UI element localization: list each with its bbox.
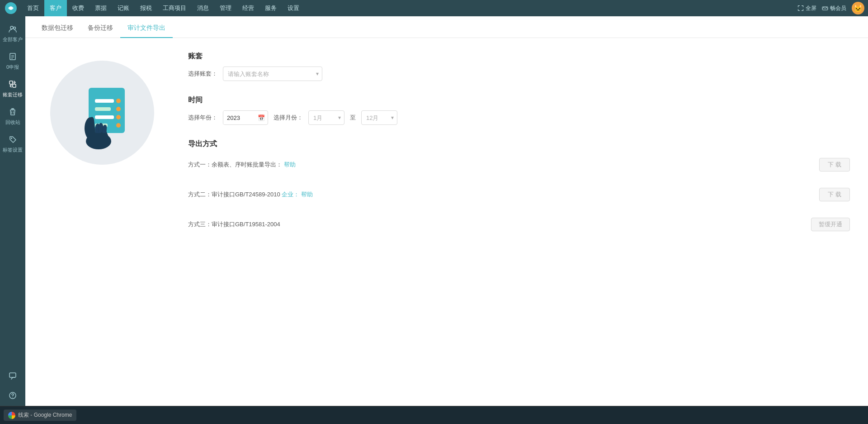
nav-tax[interactable]: 报税: [135, 0, 157, 16]
form-area: 账套 选择账套： 请输入账套名称 时间 选择年份：: [188, 52, 850, 392]
sidebar-item-zero-declaration[interactable]: 0申报: [0, 48, 25, 75]
svg-point-30: [116, 99, 121, 103]
method1-text: 方式一：余额表、序时账批量导出： 帮助: [188, 161, 296, 169]
tab-bar: 数据包迁移 备份迁移 审计文件导出: [25, 16, 868, 38]
nav-settings[interactable]: 设置: [282, 0, 305, 16]
nav-manage[interactable]: 管理: [214, 0, 237, 16]
sidebar-item-chat[interactable]: [0, 367, 25, 386]
method3-text: 方式三：审计接口GB/T19581-2004: [188, 220, 280, 229]
svg-rect-5: [803, 5, 803, 7]
account-section-title: 账套: [188, 52, 850, 61]
top-nav: 首页 客户 收费 票据 记账 报税 工商项目 消息 管理 经营 服务 设置 全屏: [0, 0, 868, 16]
tab-data-migration[interactable]: 数据包迁移: [34, 19, 80, 38]
zero-declaration-label: 0申报: [6, 64, 19, 71]
method1-help-link[interactable]: 帮助: [284, 161, 296, 168]
svg-rect-18: [13, 84, 16, 87]
month-from-select[interactable]: 1月2月3月4月 5月6月7月8月 9月10月11月12月: [308, 110, 344, 125]
nav-bookkeeping[interactable]: 记账: [112, 0, 135, 16]
nav-items: 首页 客户 收费 票据 记账 报税 工商项目 消息 管理 经营 服务 设置: [22, 0, 797, 16]
sidebar-item-all-clients[interactable]: 全部客户: [0, 20, 25, 48]
tab-backup-migration[interactable]: 备份迁移: [80, 19, 120, 38]
export-method-2: 方式二：审计接口GB/T24589-2010 企业： 帮助 下 载: [188, 184, 850, 205]
left-sidebar: 全部客户 0申报 账套迁移: [0, 16, 25, 406]
nav-invoice[interactable]: 票据: [90, 0, 112, 16]
calendar-icon[interactable]: 📅: [255, 114, 268, 121]
nav-billing[interactable]: 收费: [67, 0, 90, 16]
fullscreen-button[interactable]: 全屏: [797, 5, 816, 12]
export-methods: 方式一：余额表、序时账批量导出： 帮助 下 载 方式二：审计接口GB/T2458…: [188, 154, 850, 235]
illustration-wrap: [43, 52, 161, 392]
user-avatar[interactable]: 🐱: [852, 2, 864, 14]
export-method-3: 方式三：审计接口GB/T19581-2004 暂缓开通: [188, 214, 850, 235]
svg-point-21: [11, 138, 12, 139]
svg-point-33: [116, 123, 121, 128]
method2-download-button[interactable]: 下 载: [819, 188, 850, 201]
nav-right: 全屏 畅会员 🐱: [797, 2, 864, 14]
svg-rect-26: [95, 99, 114, 103]
nav-operation[interactable]: 经营: [237, 0, 259, 16]
illustration-circle: [50, 61, 154, 165]
nav-home[interactable]: 首页: [22, 0, 44, 16]
recycle-label: 回收站: [5, 119, 20, 126]
zero-declaration-icon: [8, 52, 17, 62]
svg-rect-17: [9, 81, 13, 84]
chat-icon: [8, 372, 17, 382]
svg-rect-3: [798, 5, 798, 7]
month-from-select-wrap: 1月2月3月4月 5月6月7月8月 9月10月11月12月: [308, 110, 344, 125]
nav-client[interactable]: 客户: [44, 0, 67, 16]
export-section: 导出方式 方式一：余额表、序时账批量导出： 帮助 下 载: [188, 139, 850, 235]
main-layout: 全部客户 0申报 账套迁移: [0, 16, 868, 406]
nav-message[interactable]: 消息: [192, 0, 214, 16]
month-to-select[interactable]: 1月2月3月4月 5月6月7月8月 9月10月11月12月: [361, 110, 397, 125]
svg-rect-7: [798, 9, 798, 11]
year-input-wrap: 📅: [223, 110, 268, 125]
tag-settings-label: 标签设置: [3, 147, 23, 153]
method2-help-link[interactable]: 帮助: [301, 191, 313, 198]
svg-rect-22: [9, 373, 16, 377]
sidebar-item-tag-settings[interactable]: 标签设置: [0, 130, 25, 158]
svg-point-31: [116, 107, 121, 111]
help-icon: [8, 391, 17, 401]
method3-open-button[interactable]: 暂缓开通: [811, 218, 850, 231]
export-section-title: 导出方式: [188, 139, 850, 149]
illustration-svg: [66, 74, 138, 151]
all-clients-icon: [8, 24, 17, 35]
time-row: 选择年份： 📅 选择月份： 1月2月3月4月 5月6月7月8月 9月10月11月…: [188, 110, 850, 125]
account-migration-icon: [8, 80, 17, 90]
vip-label: 畅会员: [830, 5, 846, 12]
svg-point-32: [116, 115, 121, 119]
sidebar-item-recycle[interactable]: 回收站: [0, 103, 25, 130]
tab-audit-export[interactable]: 审计文件导出: [120, 19, 173, 38]
method2-company: 企业：: [282, 191, 299, 198]
time-section-title: 时间: [188, 95, 850, 105]
svg-point-1: [9, 7, 12, 10]
vip-button[interactable]: 畅会员: [822, 5, 846, 12]
taskbar-chrome-item[interactable]: 线索 - Google Chrome: [4, 410, 76, 421]
taskbar-item-label: 线索 - Google Chrome: [18, 411, 72, 419]
tag-settings-icon: [8, 135, 17, 145]
logo[interactable]: [4, 1, 18, 15]
nav-business[interactable]: 工商项目: [157, 0, 192, 16]
sidebar-bottom: [0, 367, 25, 406]
year-label: 选择年份：: [188, 114, 217, 122]
account-section: 账套 选择账套： 请输入账套名称: [188, 52, 850, 85]
svg-point-12: [14, 27, 16, 29]
nav-service[interactable]: 服务: [259, 0, 282, 16]
sidebar-item-help[interactable]: [0, 386, 25, 406]
month-label: 选择月份：: [274, 114, 303, 122]
sidebar-item-account-migration[interactable]: 账套迁移: [0, 75, 25, 103]
content-area: 数据包迁移 备份迁移 审计文件导出: [25, 16, 868, 406]
account-select-wrap: 请输入账套名称: [223, 67, 322, 81]
account-label: 选择账套：: [188, 70, 217, 78]
account-migration-label: 账套迁移: [3, 91, 23, 98]
account-select[interactable]: 请输入账套名称: [223, 67, 322, 81]
svg-rect-27: [95, 107, 111, 111]
year-input[interactable]: [223, 111, 255, 124]
method1-download-button[interactable]: 下 载: [819, 158, 850, 172]
svg-point-24: [12, 397, 13, 397]
export-method-1: 方式一：余额表、序时账批量导出： 帮助 下 载: [188, 154, 850, 175]
svg-rect-13: [10, 53, 15, 60]
svg-rect-28: [95, 115, 114, 119]
all-clients-label: 全部客户: [3, 36, 23, 43]
chrome-icon: [8, 412, 15, 419]
